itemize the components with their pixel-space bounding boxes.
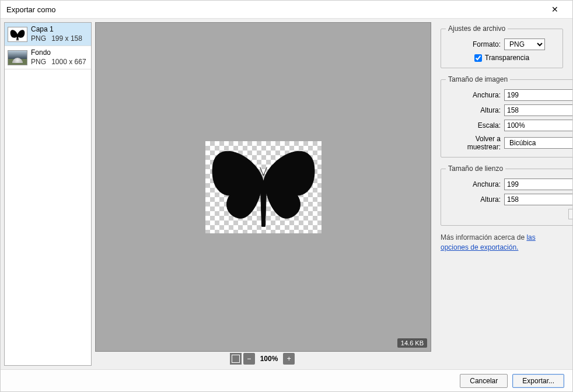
canvas-width-input[interactable] (504, 178, 573, 190)
filesize-badge: 14.6 KB (397, 338, 427, 348)
width-input[interactable] (504, 89, 573, 101)
height-input[interactable] (504, 104, 573, 116)
dialog-footer: Cancelar Exportar... (1, 369, 572, 391)
cancel-button[interactable]: Cancelar (460, 374, 508, 388)
canvas-size-legend: Tamaño de lienzo (446, 164, 505, 173)
file-settings-group: Ajustes de archivo Formato: PNG Transpar… (441, 24, 563, 68)
layer-thumb-fondo (8, 50, 27, 65)
preview-image (205, 141, 322, 233)
zoom-value: 100% (257, 355, 282, 363)
layer-name: Capa 1 (31, 25, 82, 34)
preview-pane: 14.6 KB (95, 22, 431, 352)
scale-label: Escala: (446, 121, 504, 130)
format-select[interactable]: PNG (504, 38, 545, 50)
layer-dims: 199 x 158 (51, 34, 82, 43)
info-text: Más información acerca de las opciones d… (441, 233, 563, 253)
export-button[interactable]: Exportar... (512, 374, 564, 388)
titlebar: Exportar como ✕ (1, 1, 572, 18)
layer-format: PNG (31, 34, 46, 43)
scale-input[interactable] (504, 120, 573, 131)
layer-item-capa1[interactable]: Capa 1 PNG 199 x 158 (5, 23, 91, 46)
zoom-bar: − 100% + (95, 352, 431, 366)
canvas-width-label: Anchura: (446, 180, 504, 188)
height-label: Altura: (446, 106, 504, 114)
format-label: Formato: (446, 40, 504, 48)
restore-button[interactable]: Restaurar (568, 209, 573, 219)
transparency-label: Transparencia (485, 54, 529, 62)
zoom-out-button[interactable]: − (243, 353, 255, 365)
layer-thumb-butterfly (8, 27, 27, 42)
resample-label: Volver a muestrear: (446, 135, 504, 151)
image-size-group: Tamaño de imagen Anchura: px Altura: px … (441, 75, 573, 158)
layer-item-fondo[interactable]: Fondo PNG 1000 x 667 (5, 46, 91, 69)
layer-dims: 1000 x 667 (51, 58, 86, 66)
layer-format: PNG (31, 58, 46, 66)
width-label: Anchura: (446, 91, 504, 99)
transparency-checkbox[interactable] (474, 54, 482, 62)
layer-list: Capa 1 PNG 199 x 158 Fondo PNG 1000 x 66… (4, 22, 92, 366)
zoom-in-button[interactable]: + (283, 353, 295, 365)
resample-select[interactable]: Bicúbica (504, 137, 573, 149)
canvas-height-input[interactable] (504, 194, 573, 205)
canvas-size-group: Tamaño de lienzo Anchura: px Altura: px … (441, 164, 573, 226)
file-settings-legend: Ajustes de archivo (446, 24, 508, 33)
canvas-height-label: Altura: (446, 195, 504, 204)
window-title: Exportar como (6, 5, 56, 14)
layer-name: Fondo (31, 48, 86, 58)
close-button[interactable]: ✕ (543, 1, 567, 18)
image-size-legend: Tamaño de imagen (446, 75, 510, 83)
fit-icon[interactable] (230, 353, 242, 365)
settings-panel: Ajustes de archivo Formato: PNG Transpar… (435, 22, 569, 366)
